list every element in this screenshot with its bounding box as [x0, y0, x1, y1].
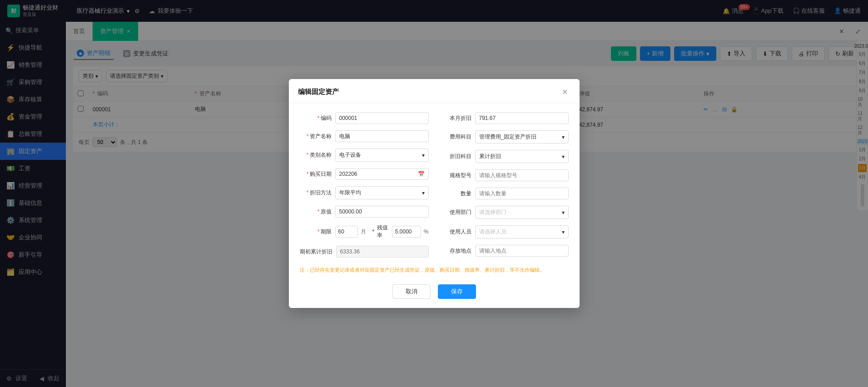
dept-select[interactable]: 请选择部门 ▾ [475, 206, 569, 219]
edit-asset-modal: 编辑固定资产 ✕ *编码 *资产名称 *类别名称 [289, 79, 580, 308]
dep-account-select[interactable]: 累计折旧 ▾ [475, 150, 569, 163]
field-spec-model: 规格型号 [440, 169, 569, 181]
init-accum-input[interactable] [336, 246, 429, 258]
field-original: *原值 [300, 206, 429, 218]
modal-header: 编辑固定资产 ✕ [289, 79, 580, 103]
spec-model-input[interactable] [475, 169, 569, 181]
modal-left-col: *编码 *资产名称 *类别名称 电子设备 ▾ [300, 112, 429, 258]
field-person: 使用人员 请选择人员 ▾ [440, 225, 569, 238]
field-init-accum: 期初累计折旧 [300, 246, 429, 258]
field-dept: 使用部门 请选择部门 ▾ [440, 206, 569, 219]
location-input[interactable] [475, 245, 569, 257]
field-category: *类别名称 电子设备 ▾ [300, 149, 429, 162]
original-input[interactable] [335, 206, 429, 218]
field-code: *编码 [300, 112, 429, 124]
expense-account-select[interactable]: 管理费用_固定资产折旧 ▾ [475, 130, 569, 144]
category-select[interactable]: 电子设备 ▾ [335, 149, 429, 162]
purchase-date-input[interactable]: 202206 📅 [335, 168, 429, 180]
field-method: *折旧方法 年限平均 ▾ [300, 186, 429, 199]
residual-input[interactable] [392, 226, 421, 238]
modal-footer: 取消 保存 [289, 279, 580, 308]
modal-title: 编辑固定资产 [298, 88, 339, 96]
quantity-input[interactable] [475, 188, 569, 199]
modal-note: 注：已经存在变更记录或者对应固定资产已经生成凭证，原值、购买日期、残值率、累计折… [289, 267, 580, 279]
field-purchase-date: *购买日期 202206 📅 [300, 168, 429, 180]
field-expense-account: 费用科目 管理费用_固定资产折旧 ▾ [440, 130, 569, 144]
method-select[interactable]: 年限平均 ▾ [335, 186, 429, 199]
chevron-down-icon: ▾ [562, 229, 565, 235]
person-select[interactable]: 请选择人员 ▾ [475, 225, 569, 238]
modal-close-button[interactable]: ✕ [560, 86, 570, 97]
chevron-down-icon: ▾ [562, 134, 565, 140]
chevron-down-icon: ▾ [422, 190, 425, 196]
field-name: *资产名称 [300, 130, 429, 142]
chevron-down-icon: ▾ [562, 209, 565, 216]
calendar-icon: 📅 [418, 171, 425, 177]
modal-right-col: 本月折旧 费用科目 管理费用_固定资产折旧 ▾ 折旧科目 累计折旧 [440, 112, 569, 258]
field-period: *期限 月 * 残值率 % [300, 224, 429, 239]
chevron-down-icon: ▾ [562, 154, 565, 160]
code-input[interactable] [335, 112, 429, 124]
save-button[interactable]: 保存 [438, 284, 476, 299]
period-input[interactable] [335, 226, 358, 238]
name-input[interactable] [335, 130, 429, 142]
monthly-dep-input[interactable] [475, 112, 569, 124]
field-location: 存放地点 [440, 245, 569, 257]
field-quantity: 数量 [440, 188, 569, 199]
field-monthly-dep: 本月折旧 [440, 112, 569, 124]
chevron-down-icon: ▾ [422, 152, 425, 159]
modal-overlay[interactable]: 编辑固定资产 ✕ *编码 *资产名称 *类别名称 [0, 0, 868, 387]
modal-body: *编码 *资产名称 *类别名称 电子设备 ▾ [289, 103, 580, 267]
field-dep-account: 折旧科目 累计折旧 ▾ [440, 150, 569, 163]
cancel-button[interactable]: 取消 [392, 284, 431, 299]
